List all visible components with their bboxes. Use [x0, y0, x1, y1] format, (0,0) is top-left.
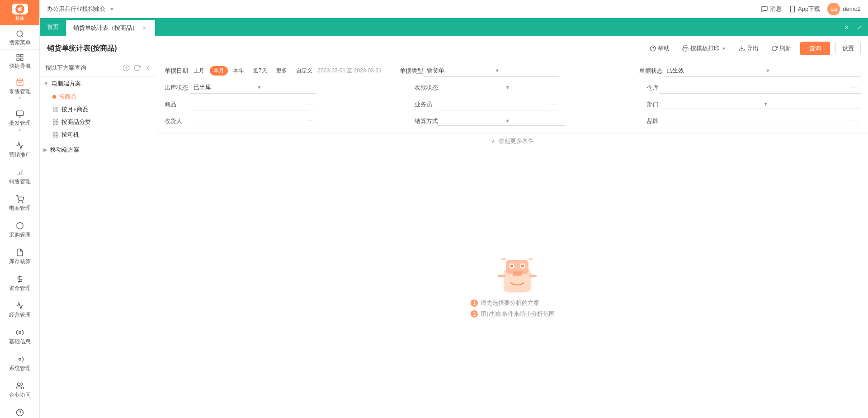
refresh-scheme-icon[interactable] — [133, 64, 141, 71]
svg-point-2 — [17, 31, 22, 36]
recipient-input[interactable]: ··· — [190, 115, 316, 127]
receipt-status-select[interactable]: ▼ — [438, 83, 565, 92]
quick-nav-label: 快捷导航 — [9, 62, 31, 70]
sidebar-item-operations[interactable]: 经营管理 — [0, 297, 39, 323]
refresh-label: 刷新 — [779, 44, 791, 52]
app-selector[interactable]: 办公用品行业模拟账套 ▼ — [47, 5, 114, 13]
warehouse-dots[interactable]: ··· — [851, 83, 861, 91]
svg-rect-52 — [528, 258, 533, 260]
enterprise-icon — [15, 381, 24, 390]
department-select[interactable]: ▼ — [659, 100, 861, 109]
svg-rect-30 — [56, 107, 58, 109]
tree-desktop-scheme[interactable]: ▼ 电脑端方案 — [40, 77, 157, 90]
doc-type-field: 单据类型 销货单 ▼ — [382, 65, 621, 77]
date-tab-last-month[interactable]: 上月 — [190, 66, 208, 76]
scheme-by-category[interactable]: 按商品分类 — [52, 116, 157, 128]
refresh-btn[interactable]: 刷新 — [768, 43, 795, 54]
tree-desktop-children: 按商品 按月+商品 按商品分类 按司机 — [40, 90, 157, 141]
print-btn[interactable]: 按模板打印 ▼ — [679, 43, 730, 54]
sidebar-item-retail[interactable]: 零售管理 ▼ — [0, 73, 39, 105]
svg-rect-4 — [16, 111, 23, 116]
scheme-by-month-product[interactable]: 按月+商品 — [52, 103, 157, 116]
tree-mobile-scheme[interactable]: ▶ 移动端方案 — [40, 143, 157, 157]
sidebar-item-purchase[interactable]: 采购管理 — [0, 217, 39, 243]
scheme-by-product[interactable]: 按商品 — [52, 90, 157, 103]
sidebar-menu: 零售管理 ▼ 批发管理 ▲ 营销推广 销售管理 电商管理 采购管理 库存核算 — [0, 73, 39, 418]
tab-close-all-btn[interactable]: ✕ — [841, 22, 852, 33]
doc-status-arrow: ▼ — [762, 68, 861, 73]
scheme-by-category-label: 按商品分类 — [61, 118, 91, 126]
salesperson-label: 业务员 — [396, 100, 433, 109]
out-status-select[interactable]: 已出库 ▼ — [190, 81, 316, 94]
doc-status-field: 单据状态 已生效 ▼ — [621, 65, 861, 77]
filter-left-header: 按以下方案查询 — [40, 59, 157, 77]
user-info[interactable]: Ea demo2 — [827, 3, 861, 15]
search-menu-item[interactable]: 搜索菜单 — [0, 25, 39, 50]
scheme-by-month-product-label: 按月+商品 — [61, 105, 89, 114]
brand-dots[interactable]: ··· — [851, 117, 861, 125]
page-title: 销货单统计表(按商品) — [47, 44, 117, 53]
sidebar-item-finance[interactable]: 资金管理 — [0, 270, 39, 297]
product-field: 商品 ··· — [165, 98, 396, 110]
add-scheme-icon[interactable] — [123, 64, 130, 71]
tab-home[interactable]: 首页 — [40, 18, 66, 36]
help-btn[interactable]: 帮助 — [646, 43, 673, 54]
svg-point-13 — [17, 383, 20, 385]
filter-conditions: 单据日期 上月 本月 本年 近7天 更多 自定义 2023-03-01 至 20… — [157, 59, 868, 133]
date-tab-more[interactable]: 更多 — [273, 66, 291, 76]
sidebar-item-sales[interactable]: 销售管理 — [0, 163, 39, 190]
date-tab-this-month[interactable]: 本月 — [210, 66, 228, 76]
tab-bar-right: ✕ ⤢ — [841, 22, 868, 33]
app-name-label: 标账 — [15, 15, 24, 22]
tab-maximize-btn[interactable]: ⤢ — [854, 22, 864, 33]
tree-expand-icon: ▼ — [43, 81, 49, 87]
svg-rect-37 — [53, 133, 55, 134]
top-header: 办公用品行业模拟账套 ▼ 消息 App下载 Ea demo2 — [40, 0, 868, 18]
tree-desktop-label: 电脑端方案 — [52, 80, 81, 88]
doc-type-select[interactable]: 销货单 ▼ — [423, 65, 559, 77]
salesperson-input[interactable]: ··· — [433, 98, 559, 110]
query-button[interactable]: 查询 — [800, 42, 830, 55]
grid-icon — [52, 106, 59, 113]
scheme-by-machine[interactable]: 按司机 — [52, 128, 157, 141]
sidebar-item-enterprise[interactable]: 企业协同 — [0, 377, 39, 404]
settings-button[interactable]: 设置 — [835, 42, 861, 55]
grid3-icon — [52, 132, 59, 138]
doc-status-select[interactable]: 已生效 ▼ — [663, 65, 861, 77]
doc-status-label: 单据状态 — [621, 67, 663, 75]
brand-input[interactable]: ··· — [659, 115, 861, 127]
active-dot — [52, 95, 56, 99]
svg-rect-51 — [501, 258, 506, 260]
app-download-btn[interactable]: App下载 — [789, 5, 820, 13]
collapse-label: 收起更多条件 — [499, 138, 534, 144]
tab-sales-stat[interactable]: 销货单统计表（按商品） ✕ — [66, 20, 155, 36]
svg-rect-31 — [53, 110, 55, 112]
recipient-dots[interactable]: ··· — [307, 117, 316, 125]
filter-left-title: 按以下方案查询 — [45, 64, 119, 72]
system-label: 系统管理 — [9, 365, 31, 372]
sidebar-item-ecommerce[interactable]: 电商管理 — [0, 190, 39, 217]
message-btn[interactable]: 消息 — [761, 5, 782, 13]
sidebar-item-wholesale[interactable]: 批发管理 ▲ — [0, 105, 39, 137]
tab-close-btn[interactable]: ✕ — [141, 24, 148, 32]
warehouse-input[interactable]: ··· — [659, 81, 861, 94]
sidebar-item-inventory[interactable]: 库存核算 — [0, 243, 39, 270]
sidebar-item-newguide[interactable]: 新手引导 — [0, 404, 39, 418]
sidebar-item-marketing[interactable]: 营销推广 — [0, 137, 39, 163]
date-tab-this-year[interactable]: 本年 — [230, 66, 248, 76]
date-tab-7days[interactable]: 近7天 — [250, 66, 271, 76]
svg-rect-39 — [53, 135, 55, 137]
product-dots[interactable]: ··· — [307, 100, 316, 108]
collapse-bar[interactable]: ∧ 收起更多条件 — [157, 133, 868, 149]
filter-scheme-panel: 按以下方案查询 ▼ 电脑端方案 按商品 按月+商品 — [40, 59, 157, 418]
salesperson-dots[interactable]: ··· — [550, 100, 559, 108]
sidebar-item-system[interactable]: 系统管理 — [0, 350, 39, 377]
export-label: 导出 — [747, 44, 759, 52]
export-btn[interactable]: 导出 — [735, 43, 762, 54]
collapse-icon[interactable] — [144, 64, 151, 71]
settlement-select[interactable]: ▼ — [438, 116, 565, 126]
product-input[interactable]: ··· — [190, 98, 316, 110]
sidebar-item-basic[interactable]: 基础信息 — [0, 323, 39, 350]
date-tab-custom[interactable]: 自定义 — [292, 66, 316, 76]
quick-nav-item[interactable]: 快捷导航 — [0, 50, 39, 73]
